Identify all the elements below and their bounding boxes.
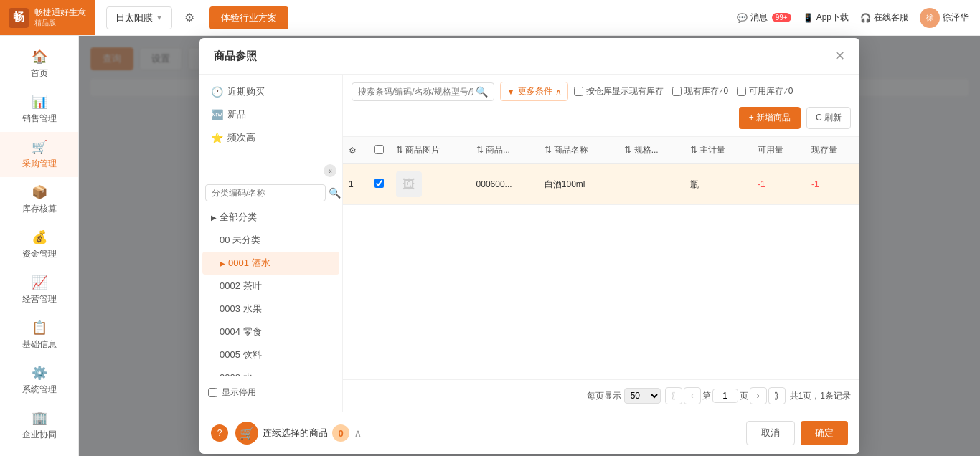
td-row-checkbox [369, 164, 390, 205]
expand-icon: ▶ [211, 214, 217, 222]
cart-icon[interactable]: 🛒 [235, 422, 258, 445]
app-download-label: App下载 [816, 11, 849, 24]
toolbar-right: + 新增商品 C 刷新 [739, 107, 851, 129]
nav-right: 💬 消息 99+ 📱 App下载 🎧 在线客服 徐 徐泽华 [737, 8, 969, 28]
category-search-input[interactable] [205, 184, 326, 201]
filter-label: 更多条件 [518, 85, 552, 98]
online-service-button[interactable]: 🎧 在线客服 [860, 11, 908, 24]
td-spec [618, 164, 684, 205]
product-search-input[interactable] [358, 87, 473, 97]
sidebar-item-guide[interactable]: 🎯 新手引导 [0, 448, 78, 456]
shortcut-high-frequency[interactable]: ⭐ 频次高 [205, 126, 336, 149]
page-label: 第 [702, 390, 711, 402]
sidebar-item-system[interactable]: ⚙️ 系统管理 [0, 358, 78, 403]
available-stock-text: 可用库存≠0 [749, 85, 793, 98]
sidebar-label-operations: 经营管理 [22, 293, 57, 305]
warehouse-stock-checkbox[interactable] [574, 87, 583, 96]
collapse-panel-button[interactable]: « [324, 164, 336, 177]
category-uncategorized[interactable]: 00 未分类 [202, 229, 339, 252]
cart-count: 0 [332, 424, 349, 442]
modal-title: 商品参照 [214, 49, 257, 63]
nav-store-selector[interactable]: 日太阳膜 ▼ [106, 6, 172, 29]
col-image-sort-icon[interactable]: ⇅ [396, 145, 403, 155]
system-icon: ⚙️ [32, 365, 47, 381]
shortcut-new-product[interactable]: 🆕 新品 [205, 103, 336, 126]
category-search-icon[interactable]: 🔍 [329, 187, 341, 199]
shortcuts-section: 🕐 近期购买 🆕 新品 ⭐ 频次高 [199, 80, 342, 149]
th-image: ⇅ 商品图片 [390, 137, 471, 164]
app-download-button[interactable]: 📱 App下载 [803, 11, 849, 24]
category-fruit-label: 0003 水果 [220, 303, 262, 315]
category-liquor[interactable]: ▶ 0001 酒水 [202, 252, 339, 275]
category-beverage[interactable]: 0005 饮料 [202, 343, 339, 366]
sidebar-item-inventory[interactable]: 📦 库存核算 [0, 177, 78, 222]
settings-icon[interactable]: ⚙ [178, 6, 201, 29]
category-water[interactable]: 0008 水 [202, 366, 339, 376]
experience-button[interactable]: 体验行业方案 [209, 6, 288, 29]
warehouse-stock-text: 按仓库显示现有库存 [586, 85, 664, 98]
column-settings-icon[interactable]: ⚙ [349, 146, 357, 156]
sidebar-item-sales[interactable]: 📊 销售管理 [0, 87, 78, 132]
cancel-button[interactable]: 取消 [746, 421, 795, 445]
show-disabled-section: 显示停用 [199, 379, 342, 406]
sidebar-label-enterprise: 企业协同 [22, 429, 57, 441]
col-code-sort-icon[interactable]: ⇅ [476, 145, 484, 155]
product-search-icon[interactable]: 🔍 [476, 86, 488, 98]
category-snacks-label: 0004 零食 [220, 326, 262, 338]
last-page-button[interactable]: ⟫ [768, 387, 786, 404]
first-page-button[interactable]: ⟪ [665, 387, 682, 404]
online-service-label: 在线客服 [874, 11, 908, 24]
show-disabled-label[interactable]: 显示停用 [222, 386, 256, 399]
select-all-checkbox[interactable] [374, 145, 384, 154]
prev-page-button[interactable]: ‹ [684, 387, 701, 404]
current-stock-checkbox[interactable] [672, 87, 682, 96]
table-row[interactable]: 1 🖼 000600... [343, 164, 859, 205]
page-size-select[interactable]: 50 10 20 100 [624, 388, 661, 404]
filter-collapse-icon: ∧ [555, 87, 562, 97]
home-icon: 🏠 [32, 49, 47, 65]
sidebar-item-basic-info[interactable]: 📋 基础信息 [0, 313, 78, 358]
td-image: 🖼 [390, 164, 471, 205]
footer-collapse-icon[interactable]: ∧ [354, 427, 362, 440]
modal-close-button[interactable]: ✕ [834, 48, 845, 64]
row-checkbox[interactable] [374, 179, 384, 188]
col-unit-sort-icon[interactable]: ⇅ [690, 145, 697, 155]
shortcut-recent-purchase[interactable]: 🕐 近期购买 [205, 80, 336, 103]
category-fruit[interactable]: 0003 水果 [202, 298, 339, 320]
main-layout: 🏠 首页 📊 销售管理 🛒 采购管理 📦 库存核算 💰 资金管理 📈 经营管理 … [0, 36, 980, 456]
th-unit: ⇅ 主计量 [684, 137, 752, 164]
user-profile[interactable]: 徐 徐泽华 [920, 8, 969, 28]
messages-button[interactable]: 💬 消息 99+ [737, 11, 791, 24]
th-available: 可用量 [752, 137, 806, 164]
logo-sub: 精品版 [34, 18, 86, 28]
product-thumbnail: 🖼 [396, 171, 422, 197]
modal-header: 商品参照 ✕ [199, 38, 859, 75]
sidebar-item-home[interactable]: 🏠 首页 [0, 42, 78, 87]
sidebar: 🏠 首页 📊 销售管理 🛒 采购管理 📦 库存核算 💰 资金管理 📈 经营管理 … [0, 36, 79, 456]
confirm-button[interactable]: 确定 [801, 421, 848, 445]
page-number-input[interactable] [712, 389, 738, 403]
shortcut-freq-label: 频次高 [227, 131, 255, 144]
sidebar-item-enterprise[interactable]: 🏢 企业协同 [0, 403, 78, 448]
current-stock-label[interactable]: 现有库存≠0 [672, 85, 728, 98]
available-stock-label[interactable]: 可用库存≠0 [737, 85, 793, 98]
sidebar-item-operations[interactable]: 📈 经营管理 [0, 267, 78, 313]
sidebar-label-basic: 基础信息 [22, 338, 57, 351]
help-button[interactable]: ? [211, 424, 228, 442]
category-all[interactable]: ▶ 全部分类 [202, 206, 339, 229]
category-snacks[interactable]: 0004 零食 [202, 320, 339, 343]
show-disabled-checkbox[interactable] [208, 388, 217, 397]
sidebar-item-finance[interactable]: 💰 资金管理 [0, 222, 78, 267]
next-page-button[interactable]: › [750, 387, 767, 404]
col-spec-sort-icon[interactable]: ⇅ [624, 145, 631, 155]
refresh-button[interactable]: C 刷新 [806, 107, 851, 129]
sidebar-item-purchase[interactable]: 🛒 采购管理 [0, 132, 78, 177]
th-spec: ⇅ 规格... [618, 137, 684, 164]
warehouse-stock-label[interactable]: 按仓库显示现有库存 [574, 85, 664, 98]
finance-icon: 💰 [32, 229, 47, 245]
add-product-button[interactable]: + 新增商品 [739, 107, 801, 129]
more-filters-button[interactable]: ▼ 更多条件 ∧ [500, 82, 568, 101]
category-tea[interactable]: 0002 茶叶 [202, 275, 339, 298]
col-name-sort-icon[interactable]: ⇅ [545, 145, 552, 155]
available-stock-checkbox[interactable] [737, 87, 746, 96]
